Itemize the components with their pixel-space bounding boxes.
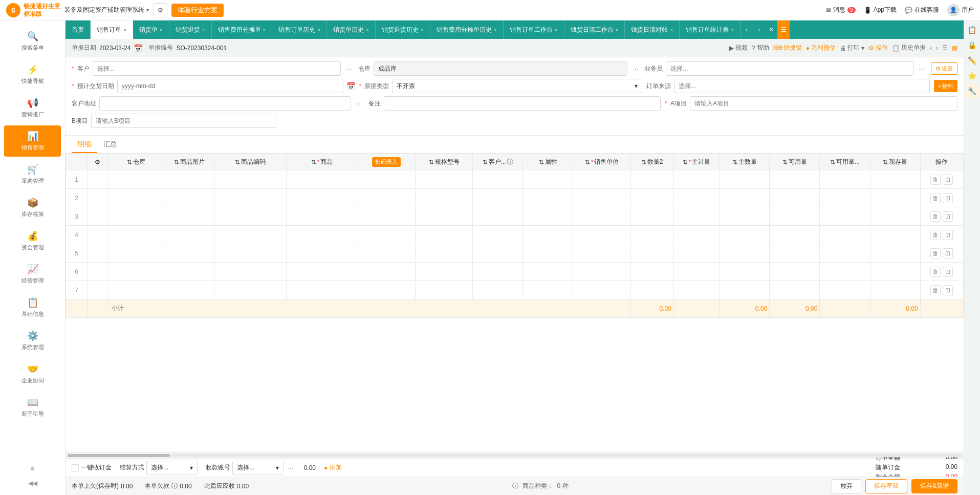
help-action[interactable]: ? 帮助 [752, 44, 769, 52]
row-attr[interactable] [523, 207, 573, 226]
settle-method-select[interactable]: 选择... ▾ [146, 461, 198, 475]
tab-home[interactable]: 首页 [66, 20, 91, 39]
row-delete-btn[interactable]: 🗑 [930, 230, 941, 240]
row-spec[interactable] [415, 244, 472, 263]
row-qty2[interactable] [630, 207, 673, 226]
row-main-qty[interactable] [720, 226, 770, 244]
tab-sales-order-history[interactable]: 销售订单历史 × [272, 20, 327, 39]
row-spec[interactable] [415, 189, 472, 207]
staff-input[interactable] [666, 61, 913, 76]
row-code[interactable] [214, 189, 286, 207]
row-product[interactable] [286, 207, 358, 226]
row-code[interactable] [214, 263, 286, 281]
tab-close-icon[interactable]: × [670, 27, 673, 33]
row-attr[interactable] [523, 281, 573, 299]
sidebar-item-purchase[interactable]: 🛒 采购管理 [4, 159, 61, 190]
header-next-btn[interactable]: › [936, 45, 938, 52]
row-main-qty[interactable] [720, 263, 770, 281]
shortcut-action[interactable]: ⌨ 快捷键 [773, 44, 802, 52]
tab-detail[interactable]: 明细 [72, 138, 97, 153]
settings-button[interactable]: ⚙ [153, 3, 167, 17]
row-spec[interactable] [415, 263, 472, 281]
row-main-unit[interactable] [673, 226, 719, 244]
header-prev-btn[interactable]: ‹ [930, 45, 932, 52]
row-product[interactable] [286, 244, 358, 263]
right-panel-clipboard-btn[interactable]: 📋 [965, 23, 979, 37]
row-warehouse[interactable] [107, 207, 165, 226]
row-delete-btn[interactable]: 🗑 [930, 175, 941, 185]
sidebar-item-finance[interactable]: 💰 资金管理 [4, 225, 61, 256]
tabs-menu-btn[interactable]: ☰ [777, 20, 790, 39]
row-main-qty[interactable] [720, 189, 770, 207]
add-material-btn[interactable]: + 物料 [934, 80, 957, 92]
account-select[interactable]: 选择... ▾ [232, 461, 284, 475]
sidebar-item-enterprise[interactable]: 🤝 企业协同 [4, 358, 61, 390]
order-source-input[interactable] [674, 79, 930, 93]
row-customer-code[interactable] [473, 263, 523, 281]
staff-dots-btn[interactable]: ··· [917, 64, 927, 73]
row-copy-btn[interactable]: ⊡ [943, 285, 953, 295]
horizontal-scrollbar[interactable] [66, 452, 964, 458]
row-copy-btn[interactable]: ⊡ [943, 193, 953, 203]
row-product[interactable] [286, 189, 358, 207]
delivery-input[interactable] [117, 79, 343, 93]
row-main-unit[interactable] [673, 207, 719, 226]
row-product[interactable] [286, 170, 358, 189]
right-panel-edit-btn[interactable]: ✏️ [965, 53, 979, 68]
video-action[interactable]: ▶ 视频 [729, 44, 748, 52]
tab-sales-invoice-history[interactable]: 销货单历史 × [327, 20, 376, 39]
sidebar-settings-btn[interactable]: ⚙ [4, 466, 61, 471]
row-attr[interactable] [523, 189, 573, 207]
row-unit[interactable] [573, 189, 630, 207]
sidebar-item-marketing[interactable]: 📢 营销推广 [4, 92, 61, 123]
message-btn[interactable]: ✉ 消息 9 [826, 6, 856, 14]
print-action[interactable]: 🖨 打印 ▾ [840, 44, 864, 52]
discard-btn[interactable]: 放弃 [832, 479, 861, 493]
tab-close-icon[interactable]: × [421, 27, 424, 33]
sidebar-item-quick[interactable]: ⚡ 快捷导航 [4, 59, 61, 90]
row-copy-btn[interactable]: ⊡ [943, 211, 953, 222]
row-copy-btn[interactable]: ⊡ [943, 267, 953, 277]
row-unit[interactable] [573, 170, 630, 189]
address-input[interactable] [99, 96, 351, 111]
settings-float-btn[interactable]: ⚙ 设置 [931, 62, 957, 75]
row-code[interactable] [214, 281, 286, 299]
tab-sales-invoice[interactable]: 销货单 × [133, 20, 169, 39]
tab-close-icon[interactable]: × [263, 27, 266, 33]
row-main-qty[interactable] [720, 244, 770, 263]
row-qty2[interactable] [630, 244, 673, 263]
address-dots-btn[interactable]: ··· [354, 99, 364, 107]
row-code[interactable] [214, 226, 286, 244]
row-customer-code[interactable] [473, 281, 523, 299]
a-project-input[interactable] [690, 96, 957, 111]
row-spec[interactable] [415, 170, 472, 189]
tab-sales-return[interactable]: 销货退货 × [169, 20, 212, 39]
row-warehouse[interactable] [107, 263, 165, 281]
user-menu[interactable]: 👤 用户 [947, 4, 974, 16]
row-customer-code[interactable] [473, 244, 523, 263]
tab-fee-history[interactable]: 销售费用分摊单历史 × [430, 20, 504, 39]
row-warehouse[interactable] [107, 281, 165, 299]
customer-input[interactable] [93, 61, 341, 76]
row-customer-code[interactable] [473, 189, 523, 207]
row-delete-btn[interactable]: 🗑 [930, 193, 941, 203]
row-attr[interactable] [523, 170, 573, 189]
right-panel-lock-btn[interactable]: 🔒 [965, 38, 979, 52]
tab-daily-workbench[interactable]: 钱货日清工作台 × [564, 20, 625, 39]
sidebar-item-operation[interactable]: 📈 经营管理 [4, 259, 61, 290]
app-download-btn[interactable]: 📱 App下载 [864, 6, 897, 14]
row-customer-code[interactable] [473, 170, 523, 189]
row-main-qty[interactable] [720, 281, 770, 299]
row-attr[interactable] [523, 263, 573, 281]
tab-close-icon[interactable]: × [317, 27, 320, 33]
row-unit[interactable] [573, 244, 630, 263]
customer-dots-btn[interactable]: ··· [344, 64, 354, 73]
invoice-select[interactable]: 不开票 ▾ [392, 79, 642, 93]
sidebar-item-inventory[interactable]: 📦 库存核算 [4, 192, 61, 223]
right-panel-star-btn[interactable]: ⭐ [965, 69, 979, 83]
tab-sales-fee[interactable]: 销售费用分摊单 × [212, 20, 273, 39]
remark-input[interactable] [384, 96, 661, 111]
row-code[interactable] [214, 170, 286, 189]
row-delete-btn[interactable]: 🗑 [930, 267, 941, 277]
row-copy-btn[interactable]: ⊡ [943, 175, 953, 185]
